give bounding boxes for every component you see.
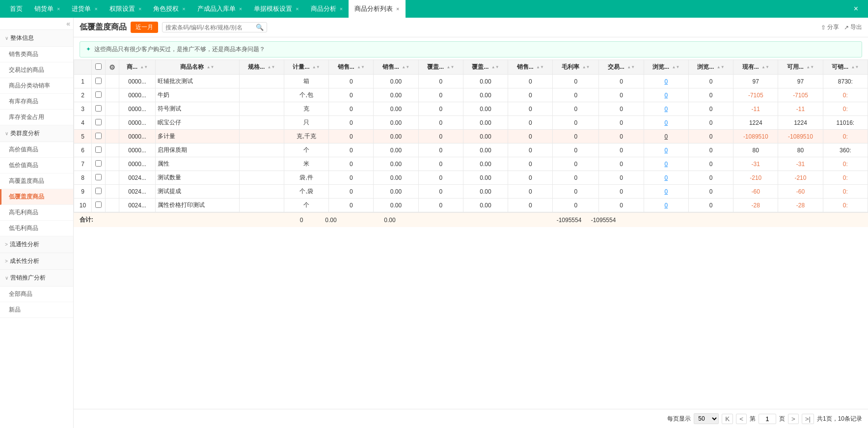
sidebar-collapse-button[interactable]: « — [0, 18, 73, 30]
row-checkbox[interactable] — [95, 146, 102, 153]
sidebar-item-category-rate[interactable]: 商品分类动销率 — [0, 78, 73, 94]
row-browse1[interactable]: 0 — [644, 157, 688, 171]
row-browse1[interactable]: 0 — [644, 199, 688, 212]
col-sellable[interactable]: 可销... ▲▼ — [823, 60, 868, 75]
sidebar-group-category-analysis[interactable]: ∨ 类群度分析 — [0, 125, 73, 142]
row-checkbox-cell[interactable] — [92, 102, 106, 116]
col-spec[interactable]: 规格... ▲▼ — [239, 60, 284, 75]
col-settings[interactable]: ⚙ — [106, 60, 119, 75]
row-browse1[interactable]: 0 — [644, 88, 688, 102]
row-checkbox-cell[interactable] — [92, 157, 106, 171]
sidebar-item-traded-products[interactable]: 交易过的商品 — [0, 62, 73, 78]
nav-purchase-order[interactable]: 进货单 × — [66, 0, 103, 18]
col-margin[interactable]: 毛利率 ▲▼ — [553, 60, 599, 75]
nav-sales-order[interactable]: 销货单 × — [28, 0, 66, 18]
row-browse1[interactable]: 0 — [644, 130, 688, 143]
sidebar-group-growth[interactable]: > 成长性分析 — [0, 253, 73, 270]
nav-close-icon[interactable]: × — [182, 0, 185, 18]
col-code[interactable]: 商... ▲▼ — [119, 60, 156, 75]
nav-close-icon[interactable]: × — [239, 0, 242, 18]
col-sales2[interactable]: 销售... ▲▼ — [508, 60, 553, 75]
sidebar-item-new-products[interactable]: 新品 — [0, 302, 73, 318]
share-button[interactable]: ⇧ 分享 — [821, 23, 839, 31]
row-checkbox-cell[interactable] — [92, 171, 106, 185]
row-checkbox[interactable] — [95, 201, 102, 208]
sidebar-group-marketing[interactable]: ∨ 营销推广分析 — [0, 270, 73, 286]
row-checkbox[interactable] — [95, 133, 102, 139]
row-checkbox-cell[interactable] — [92, 199, 106, 212]
col-current[interactable]: 现有... ▲▼ — [733, 60, 778, 75]
row-checkbox-cell[interactable] — [92, 143, 106, 157]
prev-page-button[interactable]: < — [736, 414, 747, 424]
row-checkbox-cell[interactable] — [92, 185, 106, 199]
col-trade[interactable]: 交易... ▲▼ — [599, 60, 644, 75]
search-icon[interactable]: 🔍 — [256, 24, 264, 31]
row-checkbox[interactable] — [95, 105, 102, 112]
last-page-button[interactable]: >| — [802, 414, 814, 424]
window-close-button[interactable]: × — [848, 4, 864, 13]
row-browse1[interactable]: 0 — [644, 116, 688, 130]
nav-template-settings[interactable]: 单据模板设置 × — [248, 0, 304, 18]
nav-close-icon[interactable]: × — [94, 0, 97, 18]
select-all-checkbox[interactable] — [95, 63, 102, 70]
sidebar-item-low-coverage[interactable]: 低覆盖度商品 — [0, 189, 73, 205]
sidebar-group-liquidity[interactable]: > 流通性分析 — [0, 236, 73, 253]
nav-home[interactable]: 首页 — [4, 0, 28, 18]
row-browse1[interactable]: 0 — [644, 75, 688, 88]
sidebar-item-high-margin[interactable]: 高毛利商品 — [0, 205, 73, 221]
row-browse1[interactable]: 0 — [644, 171, 688, 185]
sidebar-item-sales-products[interactable]: 销售类商品 — [0, 47, 73, 62]
row-browse2: 0 — [688, 199, 733, 212]
row-checkbox-cell[interactable] — [92, 116, 106, 130]
col-cover1[interactable]: 覆盖... ▲▼ — [418, 60, 463, 75]
sidebar-item-low-margin[interactable]: 低毛利商品 — [0, 221, 73, 236]
row-checkbox[interactable] — [95, 119, 102, 125]
col-name[interactable]: 商品名称 ▲▼ — [156, 60, 240, 75]
col-browse1[interactable]: 浏览... ▲▼ — [644, 60, 688, 75]
sidebar-item-high-coverage[interactable]: 高覆盖度商品 — [0, 173, 73, 189]
row-browse1[interactable]: 0 — [644, 102, 688, 116]
row-checkbox-cell[interactable] — [92, 88, 106, 102]
nav-close-icon[interactable]: × — [138, 0, 141, 18]
first-page-button[interactable]: K — [722, 414, 733, 424]
sidebar-item-low-value[interactable]: 低价值商品 — [0, 158, 73, 173]
next-page-button[interactable]: > — [788, 414, 799, 424]
export-button[interactable]: ↗ 导出 — [844, 23, 862, 31]
nav-close-icon[interactable]: × — [396, 0, 399, 18]
row-browse1[interactable]: 0 — [644, 185, 688, 199]
col-unit[interactable]: 计量... ▲▼ — [284, 60, 328, 75]
nav-close-icon[interactable]: × — [57, 0, 60, 18]
nav-close-icon[interactable]: × — [340, 0, 343, 18]
row-checkbox-cell[interactable] — [92, 130, 106, 143]
col-available[interactable]: 可用... ▲▼ — [778, 60, 823, 75]
nav-product-warehouse[interactable]: 产成品入库单 × — [191, 0, 248, 18]
sidebar-item-inventory-capital[interactable]: 库存资金占用 — [0, 110, 73, 125]
nav-product-analysis[interactable]: 商品分析 × — [305, 0, 349, 18]
search-input[interactable] — [165, 24, 254, 31]
row-checkbox[interactable] — [95, 188, 102, 194]
sidebar-item-all-products[interactable]: 全部商品 — [0, 286, 73, 302]
row-browse1[interactable]: 0 — [644, 143, 688, 157]
nav-close-icon[interactable]: × — [296, 0, 298, 18]
per-page-select[interactable]: 50 20 100 — [694, 413, 719, 424]
nav-permission-settings[interactable]: 权限设置 × — [104, 0, 147, 18]
sidebar-item-high-value[interactable]: 高价值商品 — [0, 142, 73, 158]
row-checkbox-cell[interactable] — [92, 75, 106, 88]
page-suffix: 页 — [779, 415, 785, 423]
col-browse2[interactable]: 浏览... ▲▼ — [688, 60, 733, 75]
col-sales-qty[interactable]: 销售... ▲▼ — [329, 60, 374, 75]
col-cover2[interactable]: 覆盖... ▲▼ — [463, 60, 508, 75]
row-checkbox[interactable] — [95, 160, 102, 167]
row-checkbox[interactable] — [95, 91, 102, 98]
row-checkbox[interactable] — [95, 78, 102, 84]
row-spec — [239, 157, 284, 171]
row-checkbox[interactable] — [95, 174, 102, 180]
nav-role-auth[interactable]: 角色授权 × — [147, 0, 191, 18]
nav-product-analysis-list[interactable]: 商品分析列表 × — [349, 0, 405, 18]
date-filter-button[interactable]: 近一月 — [131, 22, 158, 33]
col-sales-amt[interactable]: 销售... ▲▼ — [374, 60, 418, 75]
sidebar-group-overall[interactable]: ∨ 整体信息 — [0, 30, 73, 47]
column-settings-icon[interactable]: ⚙ — [109, 63, 115, 71]
sidebar-item-stocked-products[interactable]: 有库存商品 — [0, 94, 73, 110]
page-number-input[interactable] — [759, 414, 776, 424]
